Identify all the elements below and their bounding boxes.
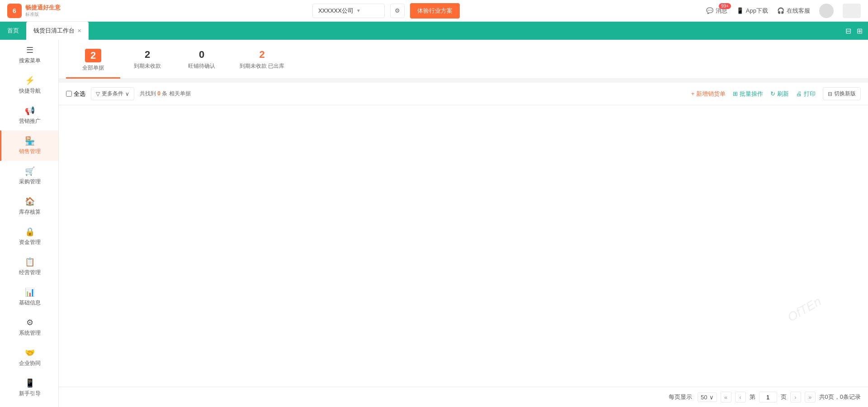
stat-tab-overdue-out[interactable]: 2 到期未收款 已出库 — [229, 45, 295, 79]
user-menu[interactable] — [843, 4, 861, 18]
sidebar-item-inventory[interactable]: 🏠 库存核算 — [0, 191, 58, 221]
sidebar-item-system[interactable]: ⚙ 系统管理 — [0, 312, 58, 342]
filter-arrow-icon: ∨ — [125, 91, 129, 97]
refresh-button[interactable]: ↻ 刷新 — [770, 90, 789, 98]
page-label: 第 — [750, 393, 755, 401]
top-header: 6 畅捷通好生意 标准版 XXXXXX公司 ▼ ⚙ 体验行业方案 💬 消息 99… — [0, 0, 868, 22]
newbie-icon: 📱 — [25, 378, 35, 388]
company-selector[interactable]: XXXXXX公司 ▼ — [312, 4, 385, 18]
refresh-icon: ↻ — [770, 90, 775, 97]
sidebar-item-app-center[interactable]: 🎁 应用中心 — [0, 403, 58, 407]
operations-icon: 📋 — [25, 257, 35, 267]
stat-label-overdue: 到期未收款 — [134, 62, 161, 70]
tab-home[interactable]: 首页 — [0, 22, 26, 40]
app-download-action[interactable]: 📱 App下载 — [736, 7, 768, 15]
more-filters-button[interactable]: ▽ 更多条件 ∨ — [91, 87, 134, 100]
filter-icon: ▽ — [96, 91, 100, 97]
per-page-arrow: ∨ — [709, 394, 714, 401]
main-content: 2 全部单据 2 到期未收款 0 旺铺待确认 2 到期未收款 已出库 — [59, 40, 868, 407]
message-icon: 💬 — [706, 7, 713, 14]
sales-icon: 🏪 — [25, 136, 35, 146]
page-suffix: 页 — [781, 393, 787, 401]
batch-icon: ⊞ — [733, 90, 738, 97]
sidebar-item-finance[interactable]: 🔒 资金管理 — [0, 221, 58, 252]
stat-tab-pending[interactable]: 0 旺铺待确认 — [175, 45, 229, 79]
pagination-bar: 每页显示 50 ∨ « ‹ 第 页 › » 共0页，0条记录 — [59, 387, 868, 407]
stat-count-overdue: 2 — [145, 49, 150, 61]
search-menu-icon: ☰ — [26, 45, 33, 55]
prev-page-button[interactable]: ‹ — [735, 392, 746, 402]
download-icon: 📱 — [736, 7, 744, 14]
toolbar: 全选 ▽ 更多条件 ∨ 共找到 0 条 相关单据 + 新增销货单 ⊞ 批量操作 — [59, 83, 868, 105]
select-all-checkbox[interactable]: 全选 — [66, 90, 85, 98]
first-page-button[interactable]: « — [721, 392, 731, 402]
sidebar-item-enterprise[interactable]: 🤝 企业协同 — [0, 342, 58, 373]
finance-icon: 🔒 — [25, 227, 35, 237]
total-label: 共0页，0条记录 — [819, 393, 861, 401]
header-right: 💬 消息 99+ 📱 App下载 🎧 在线客服 — [706, 4, 861, 18]
settings-icon: ⚙ — [395, 7, 400, 14]
sidebar-item-base-info[interactable]: 📊 基础信息 — [0, 282, 58, 312]
sidebar: ☰ 搜索菜单 ⚡ 快捷导航 📢 营销推广 🏪 销售管理 🛒 采购管理 🏠 库存核… — [0, 40, 59, 407]
main-layout: ☰ 搜索菜单 ⚡ 快捷导航 📢 营销推广 🏪 销售管理 🛒 采购管理 🏠 库存核… — [0, 40, 868, 407]
company-dropdown-arrow: ▼ — [356, 8, 361, 13]
sidebar-item-newbie[interactable]: 📱 新手引导 — [0, 373, 58, 403]
sidebar-item-marketing[interactable]: 📢 营销推广 — [0, 100, 58, 131]
batch-op-button[interactable]: ⊞ 批量操作 — [733, 90, 763, 98]
tab-workbench-label: 钱货日清工作台 — [33, 27, 75, 35]
purchase-icon: 🛒 — [25, 166, 35, 176]
switch-icon: ⊟ — [828, 91, 832, 97]
tab-close-icon[interactable]: ✕ — [77, 28, 81, 34]
stat-label-all: 全部单据 — [82, 64, 104, 72]
stat-count-all: 2 — [85, 49, 101, 62]
stat-count-overdue-out: 2 — [259, 49, 265, 61]
switch-version-button[interactable]: ⊟ 切换新版 — [823, 87, 861, 100]
per-page-label: 每页显示 — [669, 393, 692, 401]
select-all-input[interactable] — [66, 91, 72, 97]
settings-button[interactable]: ⚙ — [390, 4, 405, 18]
trial-button[interactable]: 体验行业方案 — [410, 3, 460, 19]
stats-bar: 2 全部单据 2 到期未收款 0 旺铺待确认 2 到期未收款 已出库 — [59, 40, 868, 79]
sidebar-item-sales[interactable]: 🏪 销售管理 — [0, 131, 58, 161]
avatar[interactable] — [819, 4, 834, 18]
content-area — [59, 105, 868, 387]
stat-count-pending: 0 — [199, 49, 204, 61]
sidebar-item-search[interactable]: ☰ 搜索菜单 — [0, 40, 58, 70]
stat-tab-all[interactable]: 2 全部单据 — [66, 45, 120, 79]
tab-bar: 首页 钱货日清工作台 ✕ ⊟ ⊞ — [0, 22, 868, 40]
stats-tabs: 2 全部单据 2 到期未收款 0 旺铺待确认 2 到期未收款 已出库 — [66, 45, 861, 79]
messages-badge: 99+ — [719, 3, 731, 9]
sidebar-item-quick-nav[interactable]: ⚡ 快捷导航 — [0, 70, 58, 100]
sidebar-item-operations[interactable]: 📋 经营管理 — [0, 252, 58, 282]
app-logo-text: 畅捷通好生意 标准版 — [25, 4, 61, 18]
per-page-select[interactable]: 50 ∨ — [698, 393, 717, 402]
last-page-button[interactable]: » — [805, 392, 816, 402]
messages-action[interactable]: 💬 消息 99+ — [706, 7, 727, 15]
service-icon: 🎧 — [777, 7, 784, 14]
tab-minimize-icon[interactable]: ⊟ — [845, 27, 851, 35]
sidebar-item-purchase[interactable]: 🛒 采购管理 — [0, 161, 58, 191]
marketing-icon: 📢 — [25, 106, 35, 116]
inventory-icon: 🏠 — [25, 196, 35, 206]
toolbar-right: + 新增销货单 ⊞ 批量操作 ↻ 刷新 🖨 打印 ⊟ 切换新版 — [691, 87, 861, 100]
enterprise-icon: 🤝 — [25, 348, 35, 358]
online-service-action[interactable]: 🎧 在线客服 — [777, 7, 810, 15]
system-icon: ⚙ — [26, 318, 33, 327]
quick-nav-icon: ⚡ — [25, 75, 35, 85]
stat-tab-overdue[interactable]: 2 到期未收款 — [120, 45, 175, 79]
found-text: 共找到 0 条 相关单据 — [140, 90, 191, 98]
next-page-button[interactable]: › — [790, 392, 801, 402]
print-icon: 🖨 — [796, 90, 802, 97]
page-number-input[interactable] — [759, 392, 777, 402]
tab-workbench[interactable]: 钱货日清工作台 ✕ — [26, 22, 89, 40]
new-sale-button[interactable]: + 新增销货单 — [691, 90, 726, 98]
app-logo-icon: 6 — [7, 4, 22, 18]
tab-maximize-icon[interactable]: ⊞ — [857, 27, 863, 35]
print-button[interactable]: 🖨 打印 — [796, 90, 816, 98]
stat-label-pending: 旺铺待确认 — [188, 62, 215, 70]
stat-label-overdue-out: 到期未收款 已出库 — [240, 62, 284, 70]
tab-controls: ⊟ ⊞ — [845, 27, 868, 35]
base-info-icon: 📊 — [25, 287, 35, 297]
tab-home-label: 首页 — [7, 27, 19, 35]
logo-area: 6 畅捷通好生意 标准版 — [7, 4, 66, 18]
